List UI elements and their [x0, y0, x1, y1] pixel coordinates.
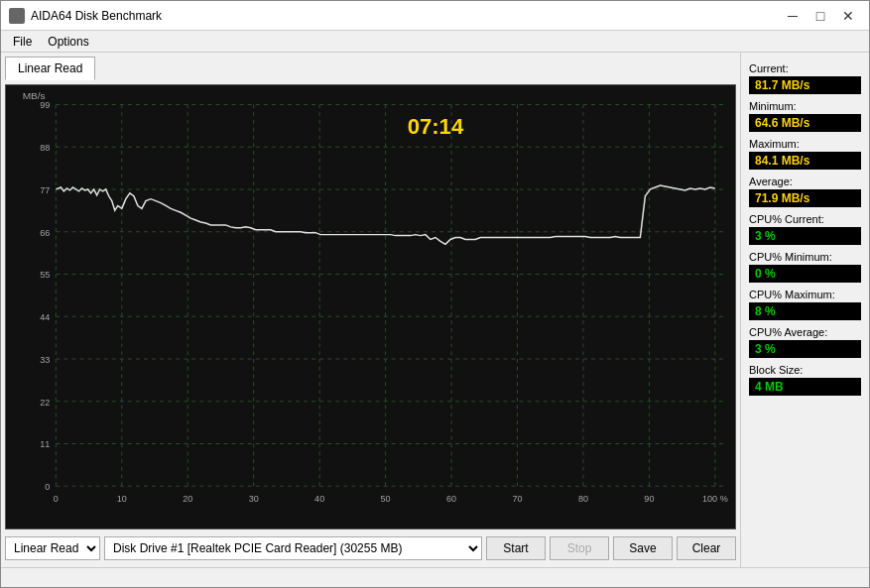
svg-text:40: 40 [314, 494, 324, 504]
tab-bar: Linear Read [5, 57, 736, 80]
svg-text:66: 66 [40, 228, 50, 238]
svg-text:60: 60 [446, 494, 456, 504]
minimize-button[interactable]: ─ [780, 6, 806, 26]
svg-text:70: 70 [512, 494, 522, 504]
block-size-value: 4 MB [749, 378, 861, 396]
cpu-maximum-value: 8 % [749, 302, 861, 320]
svg-text:07:14: 07:14 [408, 114, 464, 139]
svg-text:MB/s: MB/s [23, 90, 46, 101]
status-bar [1, 567, 869, 587]
svg-text:100 %: 100 % [702, 494, 728, 504]
window-title: AIDA64 Disk Benchmark [31, 9, 780, 23]
svg-rect-0 [6, 85, 735, 529]
svg-text:30: 30 [249, 494, 259, 504]
close-button[interactable]: ✕ [835, 6, 861, 26]
current-label: Current: [749, 62, 861, 74]
minimum-label: Minimum: [749, 100, 861, 112]
svg-text:50: 50 [381, 494, 391, 504]
benchmark-dropdown[interactable]: Linear Read [5, 536, 100, 560]
svg-text:77: 77 [40, 185, 50, 195]
save-button[interactable]: Save [613, 536, 673, 560]
cpu-current-value: 3 % [749, 227, 861, 245]
tab-linear-read[interactable]: Linear Read [5, 57, 95, 80]
current-value: 81.7 MB/s [749, 76, 861, 94]
start-button[interactable]: Start [486, 536, 546, 560]
app-icon [9, 8, 25, 24]
cpu-minimum-value: 0 % [749, 265, 861, 283]
svg-text:33: 33 [40, 355, 50, 365]
svg-text:80: 80 [578, 494, 588, 504]
svg-text:0: 0 [45, 482, 50, 492]
cpu-average-value: 3 % [749, 340, 861, 358]
block-size-label: Block Size: [749, 364, 861, 376]
main-window: AIDA64 Disk Benchmark ─ □ ✕ File Options… [0, 0, 870, 588]
minimum-value: 64.6 MB/s [749, 114, 861, 132]
svg-text:22: 22 [40, 398, 50, 408]
average-label: Average: [749, 176, 861, 187]
svg-text:90: 90 [644, 494, 654, 504]
svg-text:20: 20 [183, 494, 192, 504]
clear-button[interactable]: Clear [677, 536, 736, 560]
maximum-label: Maximum: [749, 138, 861, 150]
maximum-value: 84.1 MB/s [749, 152, 861, 170]
file-menu[interactable]: File [5, 33, 40, 51]
svg-text:10: 10 [117, 494, 127, 504]
svg-text:11: 11 [40, 440, 50, 450]
svg-text:0: 0 [54, 494, 59, 504]
main-content: Linear Read MB/s [1, 53, 869, 567]
svg-text:55: 55 [40, 270, 50, 280]
cpu-average-label: CPU% Average: [749, 326, 861, 338]
cpu-maximum-label: CPU% Maximum: [749, 289, 861, 300]
chart-svg: MB/s [6, 85, 735, 529]
window-controls: ─ □ ✕ [780, 6, 861, 26]
svg-text:88: 88 [40, 143, 50, 153]
controls-bar: Linear Read Disk Drive #1 [Realtek PCIE … [5, 529, 736, 563]
maximize-button[interactable]: □ [808, 6, 833, 26]
cpu-current-label: CPU% Current: [749, 213, 861, 225]
drive-dropdown[interactable]: Disk Drive #1 [Realtek PCIE Card Reader]… [104, 536, 482, 560]
left-panel: Linear Read MB/s [1, 53, 740, 567]
title-bar: AIDA64 Disk Benchmark ─ □ ✕ [1, 1, 869, 31]
svg-text:44: 44 [40, 312, 50, 322]
menu-bar: File Options [1, 31, 869, 53]
right-panel: Current: 81.7 MB/s Minimum: 64.6 MB/s Ma… [740, 53, 869, 567]
chart-area: MB/s [5, 84, 736, 529]
svg-text:99: 99 [40, 100, 50, 110]
cpu-minimum-label: CPU% Minimum: [749, 251, 861, 263]
options-menu[interactable]: Options [40, 33, 96, 51]
stop-button[interactable]: Stop [550, 536, 609, 560]
average-value: 71.9 MB/s [749, 189, 861, 207]
